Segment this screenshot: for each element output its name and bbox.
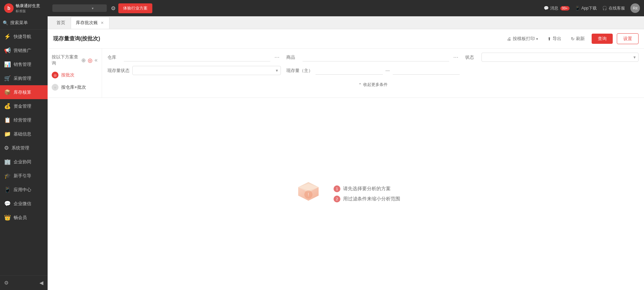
collapse-panel-icon[interactable]: «	[95, 57, 98, 63]
tab-home[interactable]: 首页	[52, 17, 70, 29]
sidebar-item-label: 企业微信	[14, 201, 31, 207]
header-search-input[interactable]	[56, 6, 90, 11]
try-industry-button[interactable]: 体验行业方案	[118, 3, 152, 13]
sidebar-collapse-button[interactable]: ◀	[38, 278, 45, 287]
sidebar-item-label: 经营管理	[14, 117, 31, 123]
header-search-box[interactable]: ▾	[52, 4, 107, 12]
scheme-by-warehouse-batch-label: 按仓库+批次	[61, 84, 86, 90]
sidebar-item-inventory[interactable]: 📦 库存核算	[0, 85, 48, 99]
chevron-down-icon[interactable]: ▾	[92, 6, 94, 10]
sidebar-item-label: 销售管理	[14, 61, 31, 68]
app-download-button[interactable]: 📱 App下载	[575, 5, 597, 11]
refresh-label: 刷新	[576, 36, 585, 42]
sidebar-item-basics[interactable]: 📁 基础信息	[0, 127, 48, 141]
sidebar-item-label: 资金管理	[14, 103, 31, 109]
settings-button[interactable]: 设置	[617, 33, 639, 44]
sidebar-item-wechat[interactable]: 💬 企业微信	[0, 197, 48, 211]
tip-num-2: 2	[334, 196, 340, 202]
quantity-max-input[interactable]	[393, 67, 460, 75]
add-scheme-icon[interactable]: ⊕	[81, 57, 86, 64]
scheme-by-batch[interactable]: ◎ 按批次	[48, 69, 102, 81]
sidebar-item-operations[interactable]: 📋 经营管理	[0, 113, 48, 127]
scheme-by-batch-label: 按批次	[61, 72, 74, 78]
tip-num-1: 1	[334, 185, 340, 192]
logo-icon: b	[4, 3, 14, 13]
basics-icon: 📁	[4, 131, 11, 137]
sidebar-item-marketing[interactable]: 📢 营销推广	[0, 43, 48, 57]
sidebar-item-finance[interactable]: 💰 资金管理	[0, 99, 48, 113]
sidebar-item-enterprise[interactable]: 🏢 企业协同	[0, 155, 48, 169]
settings-icon[interactable]: ⚙	[111, 5, 116, 12]
filter-sidebar-actions: ⊕ ◎ «	[81, 57, 98, 64]
product-label: 商品	[286, 54, 300, 60]
sidebar-item-app-center[interactable]: 📱 应用中心	[0, 183, 48, 197]
page-header: 现存量查询(按批次) 🖨 按模板打印 ▾ ⬆ 导出 ↻ 刷新	[48, 29, 644, 49]
phone-icon: 📱	[575, 6, 580, 11]
page-content: 现存量查询(按批次) 🖨 按模板打印 ▾ ⬆ 导出 ↻ 刷新	[48, 29, 644, 290]
quantity-min-input[interactable]	[316, 67, 383, 75]
user-profile-button[interactable]: Rit	[630, 3, 640, 13]
export-label: 导出	[553, 36, 561, 42]
sidebar-settings-button[interactable]: ⚙	[3, 278, 10, 287]
sidebar-item-member[interactable]: 👑 畅会员	[0, 211, 48, 224]
sidebar-item-label: 基础信息	[14, 131, 31, 137]
tip-2-text: 用过滤条件来缩小分析范围	[343, 196, 400, 202]
online-service-button[interactable]: 🎧 在线客服	[602, 5, 625, 11]
empty-state: ! 1 请先选择要分析的方案 2 用过滤条件来缩小分析范围	[48, 98, 644, 290]
sidebar-item-label: 系统管理	[12, 145, 29, 151]
warehouse-input[interactable]	[124, 53, 270, 61]
print-chevron-icon[interactable]: ▾	[536, 37, 538, 41]
system-icon: ⚙	[4, 145, 9, 151]
header-right: 💬 消息 99+ 📱 App下载 🎧 在线客服 Rit	[544, 3, 640, 13]
filter-row-2: 现存量状态 现存量（主） —	[107, 66, 639, 75]
status-label: 状态	[465, 54, 479, 60]
product-dots-icon[interactable]: ···	[452, 54, 460, 61]
sidebar-search[interactable]: 🔍 搜索菜单	[0, 16, 48, 30]
notification-badge: 99+	[560, 6, 570, 11]
sidebar-search-label: 搜索菜单	[10, 20, 28, 26]
enterprise-icon: 🏢	[4, 159, 11, 165]
sidebar-item-system[interactable]: ⚙ 系统管理	[0, 141, 48, 155]
tab-close-icon[interactable]: ✕	[100, 20, 104, 26]
collapse-more-button[interactable]: ⌃ 收起更多条件	[107, 79, 639, 90]
member-icon: 👑	[4, 214, 11, 221]
messages-button[interactable]: 💬 消息 99+	[544, 5, 570, 11]
product-field: 商品 ···	[286, 53, 460, 61]
sidebar-item-label: 快捷导航	[14, 34, 31, 40]
product-input[interactable]	[303, 53, 449, 61]
refresh-button[interactable]: ↻ 刷新	[568, 34, 588, 43]
warehouse-dots-icon[interactable]: ···	[273, 54, 281, 61]
empty-tip-2: 2 用过滤条件来缩小分析范围	[334, 196, 400, 202]
sidebar-bottom: ⚙ ◀	[0, 275, 48, 290]
warehouse-field: 仓库 ···	[107, 53, 281, 61]
marketing-icon: 📢	[4, 47, 11, 54]
inventory-status-select[interactable]	[132, 66, 281, 75]
sidebar-item-label: 企业协同	[14, 159, 31, 165]
tip-1-text: 请先选择要分析的方案	[343, 186, 391, 192]
print-icon: 🖨	[507, 36, 511, 41]
sidebar-item-quick-nav[interactable]: ⚡ 快捷导航	[0, 30, 48, 43]
empty-tip-1: 1 请先选择要分析的方案	[334, 185, 400, 192]
filter-main: 仓库 ··· 商品 ··· 状态	[102, 49, 644, 97]
empty-state-icon: !	[291, 177, 325, 211]
filter-sidebar-header: 按以下方案查询 ⊕ ◎ «	[48, 53, 102, 69]
operations-icon: 📋	[4, 117, 11, 123]
main-layout: 🔍 搜索菜单 ⚡ 快捷导航 📢 营销推广 📊 销售管理 🛒 采购管理 📦 库存核…	[0, 16, 644, 290]
warehouse-label: 仓库	[107, 54, 121, 60]
app-center-icon: 📱	[4, 186, 11, 193]
export-icon: ⬆	[547, 36, 551, 41]
print-button[interactable]: 🖨 按模板打印 ▾	[504, 34, 541, 43]
page-title: 现存量查询(按批次)	[53, 35, 100, 42]
scheme-by-warehouse-batch[interactable]: ○ 按仓库+批次	[48, 81, 102, 93]
inventory-status-label: 现存量状态	[107, 68, 130, 74]
query-button[interactable]: 查询	[592, 34, 613, 44]
status-select[interactable]	[481, 53, 639, 62]
status-field: 状态	[465, 53, 639, 62]
tab-inventory-batch[interactable]: 库存批次账 ✕	[71, 17, 109, 29]
sidebar-item-sales[interactable]: 📊 销售管理	[0, 57, 48, 71]
export-button[interactable]: ⬆ 导出	[545, 34, 564, 43]
wechat-icon: 💬	[4, 200, 11, 207]
scheme-settings-icon[interactable]: ◎	[88, 57, 92, 64]
sidebar-item-purchase[interactable]: 🛒 采购管理	[0, 71, 48, 85]
sidebar-item-newbie[interactable]: 🎓 新手引导	[0, 169, 48, 183]
